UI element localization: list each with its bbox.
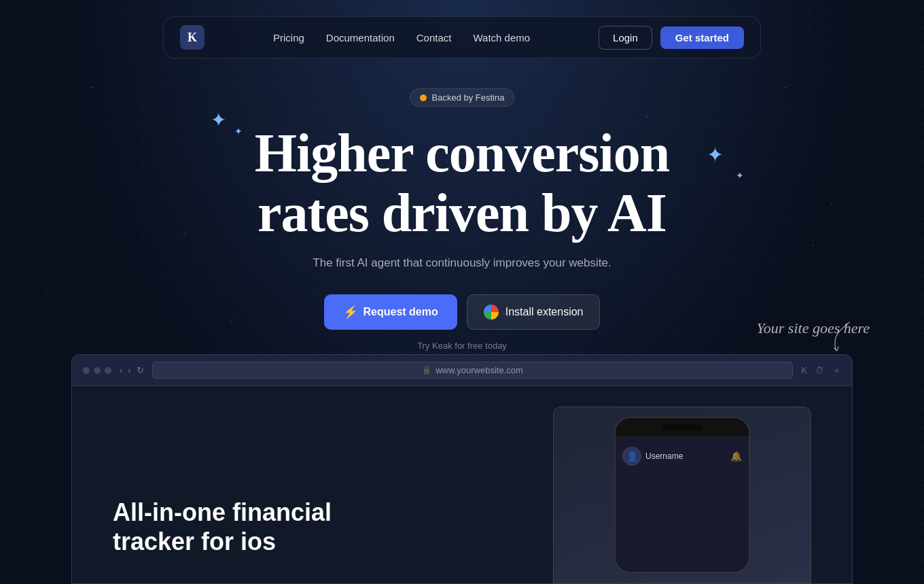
nav-contact[interactable]: Contact xyxy=(416,32,452,44)
browser-bar: ‹ › ↻ 🔒 www.yourwebsite.com K ⏱ ＋ xyxy=(72,355,852,386)
phone-bell-icon: 🔔 xyxy=(730,451,742,462)
browser-heading-line2: tracker for ios xyxy=(113,528,276,555)
forward-icon: › xyxy=(128,365,130,375)
browser-left-content: All-in-one financial tracker for ios xyxy=(113,498,332,556)
back-icon: ‹ xyxy=(120,365,122,375)
install-extension-button[interactable]: Install extension xyxy=(467,294,601,330)
logo[interactable]: K xyxy=(180,25,205,50)
add-icon: ＋ xyxy=(832,364,841,377)
lock-icon: 🔒 xyxy=(422,366,431,375)
request-demo-button[interactable]: ⚡ Request demo xyxy=(324,294,457,330)
address-text: www.yourwebsite.com xyxy=(436,365,523,375)
phone-user-row: 👤 Username 🔔 xyxy=(622,444,742,468)
nav-documentation[interactable]: Documentation xyxy=(326,32,395,44)
logo-letter: K xyxy=(188,31,197,45)
hero-title-line1: Higher conversion xyxy=(255,123,669,183)
lightning-icon: ⚡ xyxy=(343,305,358,320)
browser-heading: All-in-one financial tracker for ios xyxy=(113,498,332,556)
badge-dot xyxy=(420,95,427,101)
nav-actions: Login Get started xyxy=(599,26,744,50)
free-trial-text: Try Keak for free today xyxy=(0,341,924,351)
browser-actions: K ⏱ ＋ xyxy=(801,364,841,377)
dot-maximize xyxy=(105,367,111,374)
backed-badge: Backed by Festina xyxy=(410,88,515,107)
badge-text: Backed by Festina xyxy=(432,92,505,103)
chrome-icon xyxy=(484,305,499,320)
browser-nav-icons: ‹ › ↻ xyxy=(120,365,144,375)
browser-heading-line1: All-in-one financial xyxy=(113,498,332,526)
phone-username: Username xyxy=(645,451,683,461)
keak-browser-logo: K xyxy=(801,365,807,375)
request-demo-label: Request demo xyxy=(363,306,438,318)
browser-dots xyxy=(83,367,111,374)
annotation: Your site goes here xyxy=(757,320,870,337)
phone-notch-bar xyxy=(616,418,749,437)
phone-notch xyxy=(662,424,703,431)
navbar: K Pricing Documentation Contact Watch de… xyxy=(163,16,761,58)
dot-minimize xyxy=(94,367,101,374)
browser-mockup: ‹ › ↻ 🔒 www.yourwebsite.com K ⏱ ＋ All-in… xyxy=(71,354,853,584)
nav-watch-demo[interactable]: Watch demo xyxy=(473,32,530,44)
phone-avatar: 👤 xyxy=(622,447,641,466)
phone-user-left: 👤 Username xyxy=(622,447,683,466)
browser-right-phone: 👤 Username 🔔 xyxy=(553,407,811,583)
annotation-arrow xyxy=(829,319,856,358)
address-bar[interactable]: 🔒 www.yourwebsite.com xyxy=(152,362,794,379)
install-extension-label: Install extension xyxy=(505,306,584,318)
timer-icon: ⏱ xyxy=(815,365,824,375)
hero-title: Higher conversion rates driven by AI xyxy=(0,123,924,243)
phone-screen-content: 👤 Username 🔔 xyxy=(616,437,749,572)
hero-subtitle: The first AI agent that continuously imp… xyxy=(0,256,924,270)
avatar-icon: 👤 xyxy=(626,451,638,462)
login-button[interactable]: Login xyxy=(599,26,652,50)
reload-icon: ↻ xyxy=(137,365,144,375)
nav-pricing[interactable]: Pricing xyxy=(273,32,304,44)
nav-links: Pricing Documentation Contact Watch demo xyxy=(226,32,577,44)
browser-content: All-in-one financial tracker for ios 👤 U… xyxy=(72,386,852,583)
phone-mockup: 👤 Username 🔔 xyxy=(614,417,750,573)
dot-close xyxy=(83,367,90,374)
hero-title-line2: rates driven by AI xyxy=(257,183,667,243)
hero-section: Backed by Festina Higher conversion rate… xyxy=(0,75,924,351)
get-started-button[interactable]: Get started xyxy=(660,27,744,49)
